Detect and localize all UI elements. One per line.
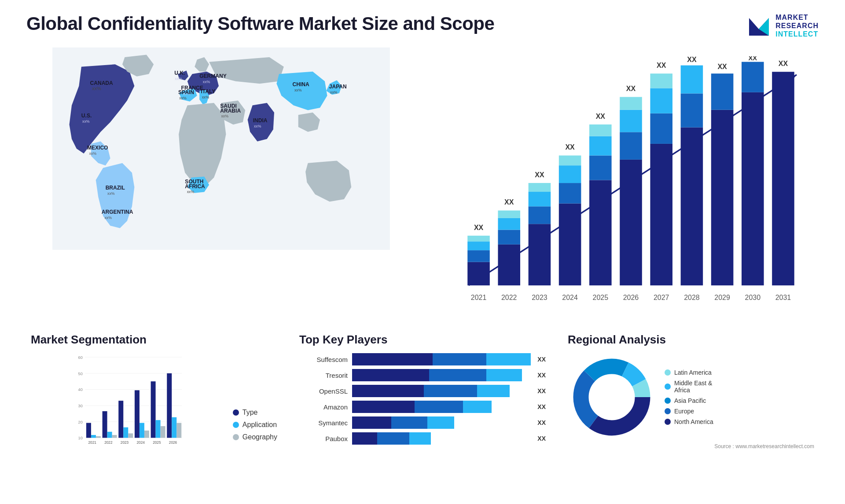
svg-rect-50 — [529, 192, 551, 206]
svg-text:XX: XX — [717, 62, 727, 70]
bar-seg2 — [429, 369, 486, 381]
svg-text:2024: 2024 — [562, 294, 578, 301]
player-bar — [352, 432, 531, 445]
north-america-dot — [665, 419, 671, 425]
application-label: Application — [242, 421, 277, 429]
svg-text:xx%: xx% — [254, 124, 261, 128]
donut-svg — [568, 353, 656, 441]
svg-text:xx%: xx% — [92, 86, 101, 91]
logo-line2: RESEARCH — [775, 22, 819, 30]
bar-seg1 — [352, 401, 415, 413]
logo-icon — [747, 14, 771, 38]
regional-content: Latin America Middle East &Africa Asia P… — [568, 353, 814, 441]
svg-point-135 — [589, 374, 635, 420]
bar-seg2 — [415, 401, 463, 413]
svg-text:GERMANY: GERMANY — [199, 73, 226, 79]
svg-rect-55 — [559, 183, 581, 204]
segmentation-content: 60 50 40 30 20 10 — [31, 353, 277, 450]
bar-seg1 — [352, 369, 429, 381]
player-row-symantec: Symantec XX — [299, 416, 546, 429]
svg-text:2022: 2022 — [104, 441, 113, 445]
svg-text:xx%: xx% — [89, 151, 96, 156]
svg-rect-48 — [529, 224, 551, 285]
svg-rect-61 — [589, 155, 612, 180]
canada-label: CANADA — [90, 80, 113, 86]
player-bar — [352, 401, 531, 413]
player-row-suffescom: Suffescom XX — [299, 353, 546, 365]
application-dot — [233, 422, 239, 428]
svg-rect-54 — [559, 203, 581, 285]
svg-text:2026: 2026 — [623, 294, 639, 301]
player-bar — [352, 385, 531, 397]
player-bar — [352, 369, 531, 381]
svg-text:2024: 2024 — [136, 441, 145, 445]
svg-rect-66 — [620, 159, 642, 285]
svg-text:JAPAN: JAPAN — [329, 84, 347, 90]
svg-rect-116 — [128, 433, 133, 438]
svg-text:ARABIA: ARABIA — [220, 107, 241, 113]
bar-seg3 — [486, 369, 522, 381]
svg-rect-115 — [123, 427, 128, 438]
svg-text:XX: XX — [749, 56, 757, 62]
world-map: CANADA xx% U.S. xx% MEXICO xx% BRAZIL xx… — [26, 47, 416, 250]
svg-text:INDIA: INDIA — [253, 117, 268, 123]
player-value: XX — [537, 356, 546, 363]
svg-rect-107 — [91, 435, 96, 438]
asia-pacific-dot — [665, 398, 671, 404]
legend-north-america: North America — [665, 418, 713, 425]
player-bar-container — [352, 353, 531, 365]
svg-text:2027: 2027 — [654, 294, 669, 301]
player-name: Suffescom — [299, 356, 348, 363]
svg-text:XX: XX — [596, 112, 606, 120]
svg-rect-68 — [620, 110, 642, 132]
svg-text:U.K.: U.K. — [174, 70, 185, 76]
bar-seg1 — [352, 385, 424, 397]
bottom-grid: Market Segmentation 60 50 40 30 20 10 — [26, 329, 819, 454]
players-list: Suffescom XX Tresorit — [299, 353, 546, 445]
svg-rect-43 — [498, 230, 520, 244]
legend-type: Type — [233, 409, 277, 416]
player-row-tresorit: Tresorit XX — [299, 369, 546, 381]
player-value: XX — [537, 387, 546, 394]
svg-text:2030: 2030 — [745, 294, 761, 301]
svg-rect-111 — [107, 432, 112, 438]
svg-rect-123 — [156, 420, 161, 438]
svg-text:10: 10 — [78, 436, 83, 440]
svg-rect-73 — [650, 113, 672, 143]
svg-rect-72 — [650, 143, 672, 285]
middle-east-dot — [665, 383, 671, 390]
svg-rect-60 — [589, 180, 612, 285]
player-name: Symantec — [299, 419, 348, 427]
seg-chart: 60 50 40 30 20 10 — [31, 353, 224, 450]
europe-dot — [665, 408, 671, 414]
type-dot — [233, 409, 239, 416]
svg-rect-119 — [140, 423, 144, 438]
bar-seg2 — [377, 432, 409, 445]
svg-rect-44 — [498, 218, 520, 230]
player-bar-container — [352, 401, 531, 413]
source-text: Source : www.marketresearchintellect.com — [568, 443, 814, 449]
players-section: Top Key Players Suffescom XX Tresorit — [295, 329, 550, 454]
svg-rect-36 — [467, 262, 490, 285]
regional-section: Regional Analysis — [563, 329, 819, 454]
svg-text:xx%: xx% — [330, 90, 338, 95]
svg-text:2022: 2022 — [501, 294, 517, 301]
seg-legend: Type Application Geography — [233, 409, 277, 450]
svg-text:xx%: xx% — [221, 113, 229, 118]
svg-rect-42 — [498, 244, 520, 285]
legend-geography: Geography — [233, 433, 277, 441]
svg-rect-51 — [529, 183, 551, 192]
segmentation-section: Market Segmentation 60 50 40 30 20 10 — [26, 329, 282, 454]
geography-label: Geography — [242, 433, 277, 441]
svg-text:ITALY: ITALY — [201, 88, 216, 95]
svg-text:20: 20 — [78, 420, 83, 424]
bar-seg3 — [463, 401, 492, 413]
svg-rect-62 — [589, 136, 612, 155]
players-title: Top Key Players — [299, 333, 546, 347]
svg-rect-45 — [498, 210, 520, 218]
trend-chart: XX 2021 XX 2022 XX 2023 — [451, 56, 814, 315]
svg-rect-112 — [112, 435, 117, 438]
player-name: Amazon — [299, 403, 348, 411]
svg-text:2021: 2021 — [88, 441, 96, 445]
asia-pacific-label: Asia Pacific — [674, 397, 706, 404]
